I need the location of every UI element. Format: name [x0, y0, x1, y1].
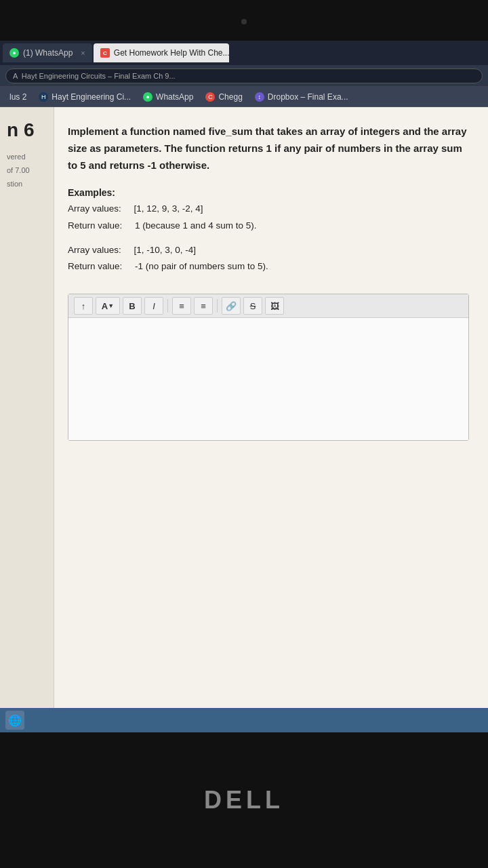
chegg-tab-icon: C	[100, 48, 110, 58]
bookmark-dropbox[interactable]: ↕ Dropbox – Final Exa...	[249, 90, 354, 104]
taskbar-browser-glyph: 🌐	[8, 714, 22, 727]
whatsapp-tab-label: (1) WhatsApp	[23, 48, 73, 58]
toolbar-ul-icon: ≡	[179, 301, 184, 311]
screen-area: ● (1) WhatsApp × C Get Homework Help Wit…	[0, 41, 488, 719]
browser-chrome: ● (1) WhatsApp × C Get Homework Help Wit…	[0, 41, 488, 107]
whatsapp-tab[interactable]: ● (1) WhatsApp ×	[3, 43, 92, 62]
bookmark-hayt-label: Hayt Engineering Ci...	[52, 92, 131, 102]
whatsapp-tab-close[interactable]: ×	[81, 49, 85, 57]
bookmark-hayt[interactable]: H Hayt Engineering Ci...	[33, 90, 136, 104]
example2-return-label: Return value:	[68, 261, 122, 271]
bookmarks-bar: lus 2 H Hayt Engineering Ci... ● WhatsAp…	[0, 87, 488, 107]
toolbar-strikethrough-icon: S	[250, 301, 256, 311]
sidebar-info: vered of 7.00 stion	[7, 151, 47, 191]
toolbar-font-label: A	[102, 301, 108, 311]
example1-array-value: [1, 12, 9, 3, -2, 4]	[134, 203, 203, 214]
example1-return-row: Return value: 1 (because 1 and 4 sum to …	[68, 219, 469, 233]
question-number: n 6	[7, 121, 47, 140]
toolbar-divider-2	[217, 299, 218, 313]
bookmark-chegg-label: Chegg	[218, 92, 242, 102]
toolbar-italic-icon: I	[152, 301, 155, 311]
toolbar-divider-1	[167, 299, 168, 313]
toolbar-ol-icon: ≡	[201, 301, 206, 311]
example2-array-label: Array values:	[68, 245, 121, 255]
toolbar-indent-icon: ↑	[81, 301, 86, 311]
left-sidebar: n 6 vered of 7.00 stion	[0, 107, 54, 719]
examples-section: Examples: Array values: [1, 12, 9, 3, -2…	[68, 187, 469, 273]
chegg-tab-label: Get Homework Help With Che...	[114, 48, 229, 58]
editor-area: ↑ A ▼ B I ≡	[68, 294, 469, 441]
example2-return-row: Return value: -1 (no pair of numbers sum…	[68, 260, 469, 273]
toolbar-ul-btn[interactable]: ≡	[172, 297, 191, 315]
toolbar-bold-icon: B	[129, 301, 135, 311]
camera-dot	[241, 19, 247, 24]
address-bar-row: A Hayt Engineering Circuits – Final Exam…	[0, 65, 488, 87]
toolbar-image-btn[interactable]: 🖼	[265, 297, 284, 315]
hayt-icon: H	[39, 92, 48, 102]
bookmark-calculus[interactable]: lus 2	[4, 90, 32, 104]
chegg-bm-icon: C	[205, 92, 215, 102]
address-bar-text: A Hayt Engineering Circuits – Final Exam…	[13, 72, 176, 80]
address-bar[interactable]: A Hayt Engineering Circuits – Final Exam…	[5, 68, 483, 83]
toolbar-font-arrow: ▼	[108, 302, 114, 309]
editor-body[interactable]	[68, 318, 468, 440]
editor-toolbar: ↑ A ▼ B I ≡	[68, 294, 468, 318]
bookmark-calculus-label: lus 2	[9, 92, 26, 102]
content-panel: Implement a function named five_sum that…	[54, 107, 488, 719]
status-label: stion	[7, 178, 47, 191]
top-bezel	[0, 0, 488, 41]
example1-return-label: Return value:	[68, 220, 122, 231]
example2-return-value: -1 (no pair of numbers sum to 5).	[135, 261, 268, 271]
toolbar-italic-btn[interactable]: I	[144, 297, 163, 315]
bookmark-whatsapp[interactable]: ● WhatsApp	[138, 90, 199, 104]
toolbar-font-btn[interactable]: A ▼	[96, 297, 120, 315]
example2-array-row: Array values: [1, -10, 3, 0, -4]	[68, 243, 469, 257]
toolbar-ol-btn[interactable]: ≡	[194, 297, 213, 315]
examples-label: Examples:	[68, 187, 469, 198]
toolbar-bold-btn[interactable]: B	[123, 297, 142, 315]
example1-return-value: 1 (because 1 and 4 sum to 5).	[135, 220, 256, 231]
main-content: n 6 vered of 7.00 stion Implement a func…	[0, 107, 488, 719]
toolbar-image-icon: 🖼	[270, 301, 279, 311]
toolbar-strikethrough-btn[interactable]: S	[243, 297, 262, 315]
points-label: of 7.00	[7, 164, 47, 178]
chegg-tab[interactable]: C Get Homework Help With Che... ×	[94, 43, 229, 62]
dropbox-bm-icon: ↕	[255, 92, 264, 102]
dell-logo: DELL	[204, 786, 284, 814]
dell-logo-text: DELL	[204, 786, 284, 814]
taskbar-browser-icon[interactable]: 🌐	[5, 711, 24, 730]
bookmark-dropbox-label: Dropbox – Final Exa...	[268, 92, 348, 102]
question-text: Implement a function named five_sum that…	[68, 123, 469, 174]
toolbar-link-icon: 🔗	[226, 301, 237, 311]
toolbar-indent-btn[interactable]: ↑	[74, 297, 93, 315]
example1-array-label: Array values:	[68, 203, 121, 214]
bottom-panel: DELL	[0, 732, 488, 868]
example2-array-value: [1, -10, 3, 0, -4]	[134, 245, 197, 255]
whatsapp-bm-icon: ●	[143, 92, 152, 102]
answered-label: vered	[7, 151, 47, 164]
whatsapp-tab-icon: ●	[9, 48, 19, 58]
bookmark-chegg[interactable]: C Chegg	[200, 90, 247, 104]
toolbar-link-btn[interactable]: 🔗	[222, 297, 241, 315]
taskbar: 🌐	[0, 708, 488, 732]
example1-array-row: Array values: [1, 12, 9, 3, -2, 4]	[68, 202, 469, 216]
tab-bar: ● (1) WhatsApp × C Get Homework Help Wit…	[0, 41, 488, 65]
bookmark-whatsapp-label: WhatsApp	[156, 92, 193, 102]
